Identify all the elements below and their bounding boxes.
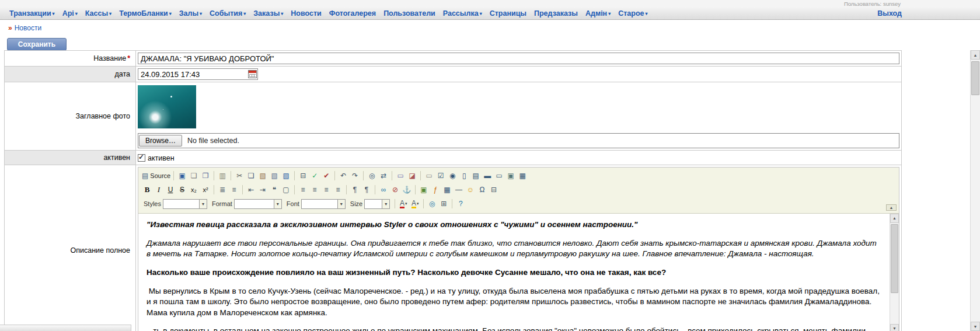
preview-icon[interactable]: ❐	[200, 170, 211, 181]
scayt-icon[interactable]: ✔	[321, 170, 332, 181]
about-icon[interactable]: ?	[455, 198, 466, 209]
underline-icon[interactable]: U	[165, 184, 176, 195]
bidi-ltr-icon[interactable]: ¶	[350, 184, 360, 195]
size-combo-box[interactable]	[364, 199, 382, 209]
menu-item-users[interactable]: Пользователи	[383, 9, 435, 18]
justify-center-icon[interactable]: ≡	[309, 184, 320, 195]
chevron-down-icon[interactable]: ▾	[199, 199, 207, 209]
menu-item-thermoforms[interactable]: ТермоБланки▾	[119, 9, 172, 18]
textarea-icon[interactable]: ▤	[470, 170, 481, 181]
browse-button[interactable]: Browse…	[139, 135, 182, 147]
special-char-icon[interactable]: Ω	[477, 184, 487, 195]
calendar-icon[interactable]	[248, 70, 257, 78]
link-icon[interactable]: ∞	[378, 184, 389, 195]
maximize-icon[interactable]: ◎	[427, 198, 437, 209]
print-icon[interactable]: ⊟	[298, 170, 308, 181]
find-icon[interactable]: ◎	[367, 170, 377, 181]
indent-icon[interactable]: ⇥	[257, 184, 268, 195]
image-button-icon[interactable]: ▣	[505, 170, 516, 181]
save-icon[interactable]: ▣	[177, 170, 187, 181]
logout-link[interactable]: Выход	[877, 9, 902, 18]
source-icon[interactable]: ▤Source	[142, 170, 170, 181]
undo-icon[interactable]: ↶	[338, 170, 348, 181]
active-checkbox[interactable]	[138, 154, 145, 162]
size-combo[interactable]: Size▾	[350, 199, 390, 209]
superscript-icon[interactable]: x²	[200, 184, 211, 195]
scroll-up-icon[interactable]: ▲	[971, 50, 980, 60]
font-combo[interactable]: Font▾	[287, 199, 346, 209]
menu-item-photogallery[interactable]: Фотогалерея	[329, 9, 376, 18]
horizontal-scrollbar[interactable]	[0, 325, 131, 331]
replace-icon[interactable]: ⇄	[378, 170, 389, 181]
scroll-down-icon[interactable]: ▼	[971, 322, 980, 331]
menu-item-admin[interactable]: Адмін▾	[585, 9, 611, 18]
menu-item-mailing[interactable]: Рассылка▾	[443, 9, 482, 18]
editor-scrollbar[interactable]: ▲ ▼	[890, 214, 899, 331]
subscript-icon[interactable]: x₂	[189, 184, 199, 195]
chevron-down-icon[interactable]: ▾	[337, 199, 346, 209]
select-all-icon[interactable]: ▭	[395, 170, 406, 181]
scroll-up-icon[interactable]: ▲	[890, 214, 899, 223]
radio-icon[interactable]: ◉	[447, 170, 458, 181]
justify-left-icon[interactable]: ≡	[298, 184, 308, 195]
anchor-icon[interactable]: ⚓	[402, 184, 412, 195]
menu-item-old[interactable]: Старое▾	[618, 9, 647, 18]
menu-item-api[interactable]: Api▾	[62, 9, 78, 18]
hidden-field-icon[interactable]: ▦	[517, 170, 528, 181]
chevron-down-icon[interactable]: ▾	[382, 199, 390, 209]
menu-item-preorders[interactable]: Предзаказы	[534, 9, 578, 18]
horizontal-rule-icon[interactable]: ―	[454, 184, 464, 195]
redo-icon[interactable]: ↷	[350, 170, 360, 181]
smiley-icon[interactable]: ☺	[465, 184, 476, 195]
background-color-icon[interactable]: A▾	[410, 198, 420, 209]
blockquote-icon[interactable]: ❝	[269, 184, 280, 195]
date-input[interactable]	[138, 68, 258, 80]
editor-content-area[interactable]: "Известная певица рассказала в эксклюзив…	[138, 214, 899, 331]
page-scrollbar-thumb[interactable]	[971, 61, 979, 95]
file-input[interactable]: Browse… No file selected.	[138, 133, 899, 148]
justify-right-icon[interactable]: ≡	[321, 184, 332, 195]
image-icon[interactable]: ▣	[418, 184, 429, 195]
format-combo[interactable]: Format▾	[212, 199, 282, 209]
text-color-icon[interactable]: A▾	[398, 198, 409, 209]
unlink-icon[interactable]: ⊘	[390, 184, 400, 195]
bold-icon[interactable]: B	[142, 184, 152, 195]
table-icon[interactable]: ▦	[442, 184, 452, 195]
copy-icon[interactable]: ❏	[246, 170, 256, 181]
styles-combo-box[interactable]	[163, 199, 199, 209]
button-icon[interactable]: ▭	[494, 170, 504, 181]
create-div-icon[interactable]: ▢	[281, 184, 291, 195]
templates-icon[interactable]: ▥	[217, 170, 228, 181]
breadcrumb-link-news[interactable]: Новости	[15, 24, 41, 32]
show-blocks-icon[interactable]: ⊞	[438, 198, 449, 209]
editor-scrollbar-thumb[interactable]	[891, 224, 898, 293]
page-break-icon[interactable]: ⊟	[489, 184, 499, 195]
bulleted-list-icon[interactable]: ≡	[229, 184, 239, 195]
bidi-rtl-icon[interactable]: ¶	[361, 184, 372, 195]
menu-item-events[interactable]: События▾	[210, 9, 246, 18]
form-icon[interactable]: ▭	[424, 170, 434, 181]
menu-item-halls[interactable]: Залы▾	[179, 9, 202, 18]
remove-format-icon[interactable]: ◪	[407, 170, 417, 181]
toolbar-collapse-button[interactable]: ▲	[886, 204, 897, 211]
scroll-down-icon[interactable]: ▼	[890, 324, 899, 331]
outdent-icon[interactable]: ⇤	[246, 184, 256, 195]
select-field-icon[interactable]: ▬	[482, 170, 493, 181]
menu-item-transactions[interactable]: Транзакции▾	[9, 9, 55, 18]
title-input[interactable]	[138, 53, 899, 64]
text-field-icon[interactable]: ▯	[459, 170, 469, 181]
strike-icon[interactable]: S	[177, 184, 187, 195]
format-combo-box[interactable]	[234, 199, 274, 209]
justify-block-icon[interactable]: ≡	[333, 184, 343, 195]
chevron-down-icon[interactable]: ▾	[274, 199, 282, 209]
spell-check-icon[interactable]: ✓	[309, 170, 320, 181]
page-scrollbar[interactable]: ▲ ▼	[970, 50, 980, 331]
paste-from-word-icon[interactable]: ▧	[281, 170, 291, 181]
checkbox-icon[interactable]: ☑	[435, 170, 446, 181]
font-combo-box[interactable]	[301, 199, 337, 209]
numbered-list-icon[interactable]: ≣	[217, 184, 228, 195]
menu-item-pages[interactable]: Страницы	[490, 9, 526, 18]
italic-icon[interactable]: I	[154, 184, 164, 195]
menu-item-orders[interactable]: Заказы▾	[253, 9, 283, 18]
menu-item-cashdesks[interactable]: Кассы▾	[85, 9, 111, 18]
